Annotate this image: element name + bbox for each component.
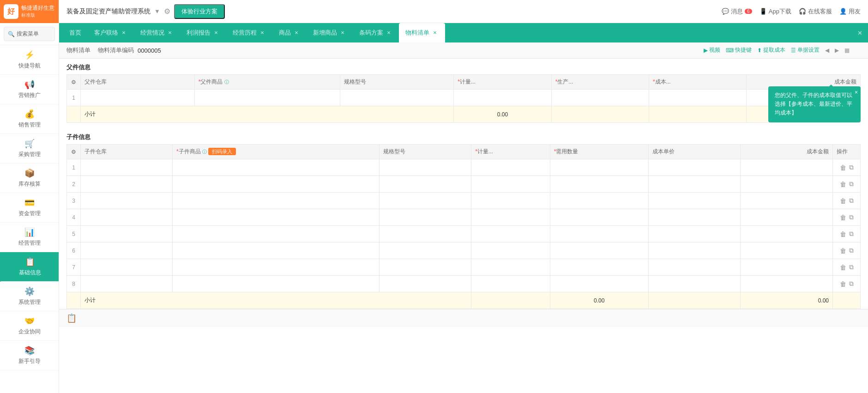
child-product-cell[interactable] (173, 226, 380, 242)
message-button[interactable]: 💬 消息 6 (722, 7, 752, 16)
child-quantity-cell[interactable] (550, 193, 648, 209)
child-unit-cost-cell[interactable] (648, 276, 740, 292)
child-col-settings[interactable]: ⚙ (67, 145, 81, 159)
child-product-cell[interactable] (173, 193, 380, 209)
tab-close-history[interactable]: × (259, 29, 266, 36)
grid-view-button[interactable]: ▦ (844, 47, 850, 54)
tab-close-goods[interactable]: × (293, 29, 300, 36)
child-unit-cell[interactable] (471, 209, 550, 226)
child-spec-cell[interactable] (380, 276, 471, 292)
child-product-cell[interactable] (173, 242, 380, 259)
child-unit-cost-cell[interactable] (648, 176, 740, 193)
delete-row-icon[interactable]: 🗑 (840, 197, 846, 205)
child-product-cell[interactable] (173, 176, 380, 193)
child-unit-cell[interactable] (471, 159, 550, 176)
tab-close-operations[interactable]: × (166, 29, 174, 36)
child-quantity-cell[interactable] (550, 259, 648, 276)
sidebar-item-basic-info[interactable]: 📋 基础信息 (0, 252, 59, 282)
child-unit-cell[interactable] (471, 226, 550, 242)
video-button[interactable]: ▶ 视频 (704, 46, 720, 54)
parent-cost-cell[interactable] (649, 90, 746, 106)
settings-icon[interactable]: ⚙ (164, 7, 170, 16)
child-warehouse-cell[interactable] (81, 276, 173, 292)
delete-row-icon[interactable]: 🗑 (840, 181, 846, 188)
child-unit-cost-cell[interactable] (648, 159, 740, 176)
tab-new-goods[interactable]: 新增商品 × (307, 23, 353, 42)
sidebar-item-system[interactable]: ⚙️ 系统管理 (0, 282, 59, 311)
sidebar-item-inventory[interactable]: 📦 库存核算 (0, 163, 59, 193)
delete-row-icon[interactable]: 🗑 (840, 280, 846, 288)
parent-warehouse-cell[interactable] (81, 90, 195, 106)
child-product-cell[interactable] (173, 276, 380, 292)
parent-unit-cell[interactable] (454, 90, 551, 106)
child-warehouse-cell[interactable] (81, 259, 173, 276)
trial-button[interactable]: 体验行业方案 (174, 4, 225, 19)
child-spec-cell[interactable] (380, 226, 471, 242)
copy-row-icon[interactable]: ⧉ (849, 197, 854, 205)
shortcut-button[interactable]: ⌨ 快捷键 (726, 46, 752, 54)
tab-operations[interactable]: 经营情况 × (134, 23, 180, 42)
child-quantity-cell[interactable] (550, 242, 648, 259)
delete-row-icon[interactable]: 🗑 (840, 264, 846, 271)
parent-col-settings[interactable]: ⚙ (67, 75, 81, 90)
delete-row-icon[interactable]: 🗑 (840, 214, 846, 221)
child-quantity-cell[interactable] (550, 226, 648, 242)
child-spec-cell[interactable] (380, 159, 471, 176)
copy-row-icon[interactable]: ⧉ (849, 230, 854, 238)
tooltip-close-button[interactable]: × (855, 88, 858, 97)
child-quantity-cell[interactable] (550, 276, 648, 292)
child-unit-cost-cell[interactable] (648, 193, 740, 209)
sidebar-item-quick-nav[interactable]: ⚡ 快捷导航 (0, 45, 59, 75)
tab-bom[interactable]: 物料清单 × (399, 23, 445, 42)
sidebar-item-guide[interactable]: 📚 新手引导 (0, 341, 59, 370)
child-spec-cell[interactable] (380, 259, 471, 276)
child-unit-cost-cell[interactable] (648, 226, 740, 242)
child-spec-cell[interactable] (380, 209, 471, 226)
delete-row-icon[interactable]: 🗑 (840, 164, 846, 171)
child-spec-cell[interactable] (380, 193, 471, 209)
child-quantity-cell[interactable] (550, 176, 648, 193)
delete-row-icon[interactable]: 🗑 (840, 230, 846, 238)
tab-close-customer[interactable]: × (120, 29, 127, 36)
parent-spec-cell[interactable] (340, 90, 454, 106)
child-warehouse-cell[interactable] (81, 242, 173, 259)
delete-row-icon[interactable]: 🗑 (840, 247, 846, 254)
close-all-tabs-button[interactable]: ✕ (856, 28, 864, 38)
child-warehouse-cell[interactable] (81, 159, 173, 176)
user-button[interactable]: 👤 用友 (839, 7, 861, 16)
sidebar-item-enterprise[interactable]: 🤝 企业协同 (0, 311, 59, 341)
copy-row-icon[interactable]: ⧉ (849, 280, 854, 288)
child-unit-cost-cell[interactable] (648, 209, 740, 226)
child-unit-cost-cell[interactable] (648, 259, 740, 276)
search-menu-button[interactable]: 🔍 搜索菜单 (4, 27, 55, 41)
nav-next-button[interactable]: ▶ (835, 47, 839, 54)
tab-barcode[interactable]: 条码方案 × (353, 23, 399, 42)
child-warehouse-cell[interactable] (81, 193, 173, 209)
child-product-cell[interactable] (173, 259, 380, 276)
copy-row-icon[interactable]: ⧉ (849, 213, 854, 221)
parent-production-cell[interactable] (551, 90, 649, 106)
child-spec-cell[interactable] (380, 242, 471, 259)
child-unit-cell[interactable] (471, 193, 550, 209)
tab-history[interactable]: 经营历程 × (226, 23, 272, 42)
add-note-icon[interactable]: 📋 (66, 313, 77, 323)
child-warehouse-cell[interactable] (81, 209, 173, 226)
child-unit-cell[interactable] (471, 176, 550, 193)
copy-row-icon[interactable]: ⧉ (849, 247, 854, 254)
sidebar-item-marketing[interactable]: 📢 营销推广 (0, 75, 59, 104)
child-unit-cell[interactable] (471, 259, 550, 276)
scan-button[interactable]: 扫码录入 (208, 148, 236, 155)
tab-close-new-goods[interactable]: × (339, 29, 346, 36)
tab-close-bom[interactable]: × (431, 29, 439, 36)
tab-goods[interactable]: 商品 × (272, 23, 307, 42)
child-quantity-cell[interactable] (550, 209, 648, 226)
copy-row-icon[interactable]: ⧉ (849, 163, 854, 171)
child-unit-cell[interactable] (471, 242, 550, 259)
single-settings-button[interactable]: ☰ 单据设置 (791, 46, 820, 54)
tab-close-barcode[interactable]: × (385, 29, 392, 36)
tab-close-profit[interactable]: × (212, 29, 220, 36)
system-dropdown-icon[interactable]: ▼ (154, 8, 160, 15)
sidebar-item-sales[interactable]: 💰 销售管理 (0, 104, 59, 134)
child-unit-cost-cell[interactable] (648, 242, 740, 259)
parent-product-cell[interactable] (194, 90, 340, 106)
